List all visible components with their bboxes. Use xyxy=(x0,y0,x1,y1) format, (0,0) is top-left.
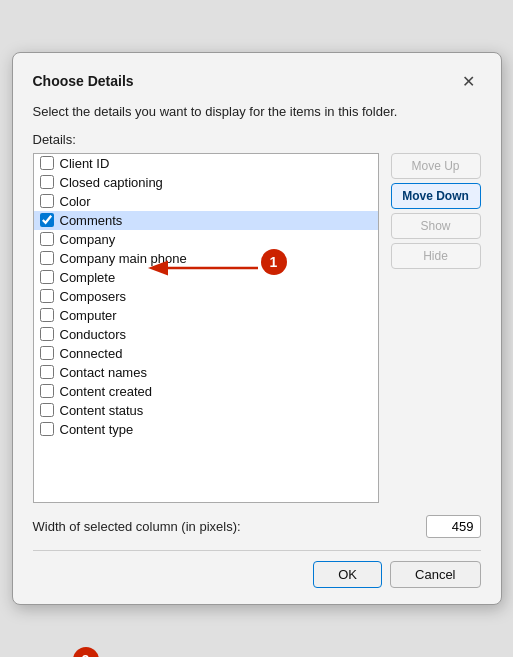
annotation-badge-2: 2 xyxy=(73,647,99,657)
list-item-checkbox[interactable] xyxy=(40,194,54,208)
list-item[interactable]: Computer xyxy=(34,306,378,325)
bottom-section: Width of selected column (in pixels): OK… xyxy=(33,515,481,588)
list-item-checkbox[interactable] xyxy=(40,213,54,227)
list-item-checkbox[interactable] xyxy=(40,156,54,170)
list-item-label: Content type xyxy=(60,422,134,437)
list-item-checkbox[interactable] xyxy=(40,232,54,246)
width-input[interactable] xyxy=(426,515,481,538)
list-item-label: Composers xyxy=(60,289,126,304)
divider xyxy=(33,550,481,551)
width-row: Width of selected column (in pixels): xyxy=(33,515,481,538)
list-item[interactable]: Conductors xyxy=(34,325,378,344)
list-item-label: Client ID xyxy=(60,156,110,171)
list-item[interactable]: Closed captioning xyxy=(34,173,378,192)
list-item[interactable]: Connected xyxy=(34,344,378,363)
list-item-checkbox[interactable] xyxy=(40,365,54,379)
list-item-checkbox[interactable] xyxy=(40,346,54,360)
list-item[interactable]: Contact names xyxy=(34,363,378,382)
list-item[interactable]: Comments xyxy=(34,211,378,230)
close-button[interactable]: ✕ xyxy=(457,69,481,93)
footer-buttons: OK Cancel xyxy=(33,561,481,588)
list-item[interactable]: Company xyxy=(34,230,378,249)
list-item-label: Company main phone xyxy=(60,251,187,266)
details-list[interactable]: Client IDClosed captioningColorCommentsC… xyxy=(33,153,379,503)
ok-button[interactable]: OK xyxy=(313,561,382,588)
list-item[interactable]: Content created xyxy=(34,382,378,401)
list-item-label: Computer xyxy=(60,308,117,323)
list-item-checkbox[interactable] xyxy=(40,270,54,284)
list-item-label: Complete xyxy=(60,270,116,285)
list-item-checkbox[interactable] xyxy=(40,175,54,189)
list-item-checkbox[interactable] xyxy=(40,422,54,436)
list-item[interactable]: Company main phone xyxy=(34,249,378,268)
main-area: Client IDClosed captioningColorCommentsC… xyxy=(33,153,481,503)
move-up-button[interactable]: Move Up xyxy=(391,153,481,179)
choose-details-dialog: Choose Details ✕ Select the details you … xyxy=(12,52,502,604)
list-item-checkbox[interactable] xyxy=(40,403,54,417)
dialog-description: Select the details you want to display f… xyxy=(33,103,481,121)
dialog-title: Choose Details xyxy=(33,73,134,89)
title-bar: Choose Details ✕ xyxy=(33,69,481,93)
list-item-checkbox[interactable] xyxy=(40,289,54,303)
list-item[interactable]: Client ID xyxy=(34,154,378,173)
hide-button[interactable]: Hide xyxy=(391,243,481,269)
list-item-label: Closed captioning xyxy=(60,175,163,190)
list-item[interactable]: Composers xyxy=(34,287,378,306)
move-down-button[interactable]: Move Down xyxy=(391,183,481,209)
list-item-label: Comments xyxy=(60,213,123,228)
width-label: Width of selected column (in pixels): xyxy=(33,519,418,534)
list-item-label: Content created xyxy=(60,384,153,399)
list-item-label: Contact names xyxy=(60,365,147,380)
list-item[interactable]: Content status xyxy=(34,401,378,420)
list-item[interactable]: Content type xyxy=(34,420,378,439)
list-item-checkbox[interactable] xyxy=(40,384,54,398)
show-button[interactable]: Show xyxy=(391,213,481,239)
list-item-label: Color xyxy=(60,194,91,209)
list-item[interactable]: Color xyxy=(34,192,378,211)
cancel-button[interactable]: Cancel xyxy=(390,561,480,588)
annotation-arrow-2 xyxy=(98,651,318,657)
list-item-checkbox[interactable] xyxy=(40,251,54,265)
list-item-label: Company xyxy=(60,232,116,247)
list-item-label: Conductors xyxy=(60,327,126,342)
list-item[interactable]: Complete xyxy=(34,268,378,287)
list-item-checkbox[interactable] xyxy=(40,327,54,341)
details-label: Details: xyxy=(33,132,481,147)
action-buttons: Move Up Move Down Show Hide xyxy=(391,153,481,269)
list-item-label: Connected xyxy=(60,346,123,361)
list-item-checkbox[interactable] xyxy=(40,308,54,322)
list-item-label: Content status xyxy=(60,403,144,418)
